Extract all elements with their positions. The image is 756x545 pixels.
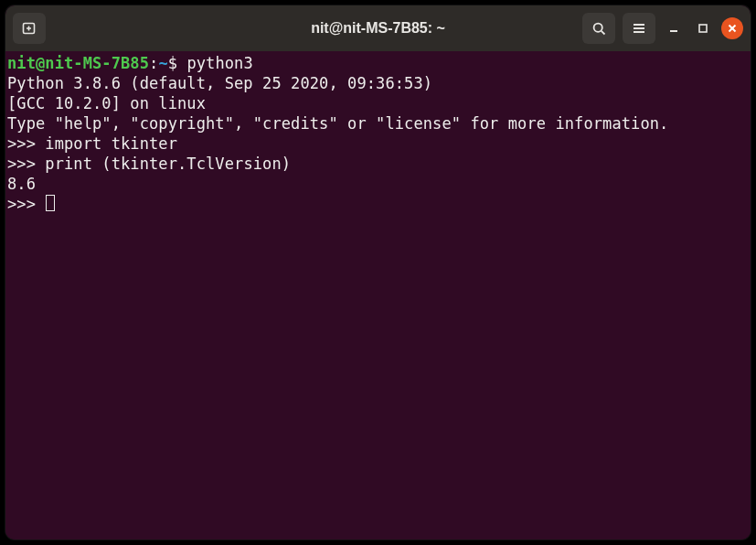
output-line: [GCC 10.2.0] on linux <box>7 94 206 112</box>
svg-line-4 <box>601 30 604 34</box>
terminal-window: nit@nit-MS-7B85: ~ <box>5 5 751 540</box>
maximize-button[interactable] <box>692 17 714 39</box>
python-ps1: >>> <box>7 134 45 153</box>
svg-point-3 <box>593 23 602 31</box>
titlebar-right-group <box>582 13 743 44</box>
hamburger-menu-button[interactable] <box>623 13 655 44</box>
search-button[interactable] <box>582 13 615 44</box>
prompt-cwd: ~ <box>158 54 167 72</box>
output-line: Python 3.8.6 (default, Sep 25 2020, 09:3… <box>7 74 442 92</box>
close-button[interactable] <box>721 17 743 39</box>
python-input: print (tkinter.TclVersion) <box>45 155 291 173</box>
close-icon <box>727 23 738 34</box>
minimize-icon <box>668 23 679 34</box>
minimize-button[interactable] <box>663 17 685 39</box>
terminal-viewport[interactable]: nit@nit-MS-7B85:~$ python3 Python 3.8.6 … <box>5 51 751 540</box>
prompt-colon: : <box>149 54 158 72</box>
python-input: import tkinter <box>45 134 177 153</box>
new-tab-icon <box>21 20 37 37</box>
output-line: 8.6 <box>7 175 36 193</box>
python-ps1: >>> <box>7 195 45 213</box>
prompt-dollar: $ <box>168 54 187 72</box>
titlebar-left-group <box>13 13 46 44</box>
python-ps1: >>> <box>7 155 45 173</box>
text-cursor <box>46 195 55 211</box>
maximize-icon <box>697 23 708 34</box>
output-line: Type "help", "copyright", "credits" or "… <box>7 114 668 133</box>
new-tab-button[interactable] <box>13 13 46 44</box>
shell-command: python3 <box>186 54 252 72</box>
prompt-userhost: nit@nit-MS-7B85 <box>7 54 149 72</box>
hamburger-icon <box>632 21 646 36</box>
svg-rect-9 <box>699 25 707 32</box>
search-icon <box>591 21 607 37</box>
titlebar: nit@nit-MS-7B85: ~ <box>5 5 751 51</box>
